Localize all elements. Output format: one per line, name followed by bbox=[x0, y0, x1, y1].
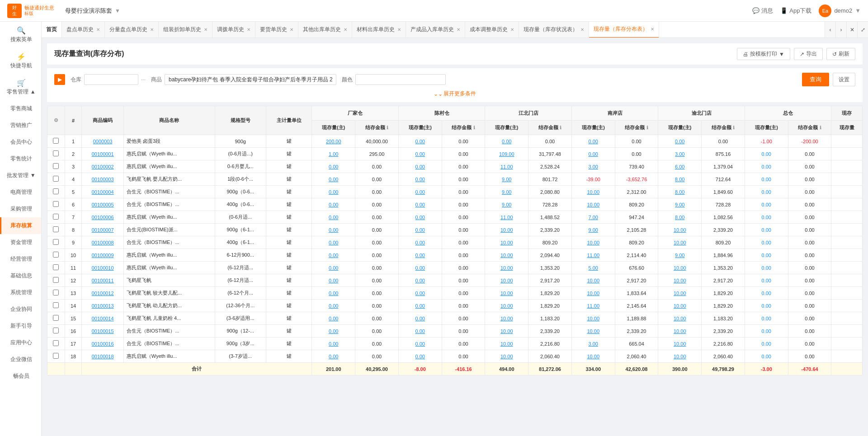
warehouse-input[interactable] bbox=[84, 74, 138, 85]
row-yubei-stock[interactable]: 6.00 bbox=[658, 160, 702, 173]
row-chengang-stock[interactable]: 0.00 bbox=[398, 325, 442, 338]
row-nanan-stock[interactable]: 5.00 bbox=[571, 262, 615, 274]
close-icon[interactable]: ✕ bbox=[580, 27, 584, 32]
row-factory-stock[interactable]: 0.00 bbox=[312, 350, 355, 363]
row-yubei-stock[interactable]: 10.00 bbox=[658, 350, 702, 363]
row-chengang-stock[interactable]: 0.00 bbox=[398, 211, 442, 224]
row-chengang-stock[interactable]: 0.00 bbox=[398, 198, 442, 211]
row-yubei-stock[interactable]: 10.00 bbox=[658, 312, 702, 325]
print-button[interactable]: 🖨 按模板打印 ▼ bbox=[737, 48, 790, 60]
row-yubei-stock[interactable]: 8.00 bbox=[658, 186, 702, 198]
row-nanan-stock[interactable]: 0.00 bbox=[571, 135, 615, 148]
row-chengang-stock[interactable]: 0.00 bbox=[398, 224, 442, 236]
row-checkbox[interactable] bbox=[47, 262, 65, 274]
row-factory-stock[interactable]: 0.00 bbox=[312, 312, 355, 325]
row-checkbox[interactable] bbox=[47, 186, 65, 198]
color-input[interactable] bbox=[355, 74, 446, 85]
row-jiangbei-stock[interactable]: 11.00 bbox=[485, 211, 528, 224]
row-nanan-stock[interactable]: 10.00 bbox=[571, 350, 615, 363]
row-total-stock[interactable]: 0.00 bbox=[745, 312, 788, 325]
row-factory-stock[interactable]: 0.00 bbox=[312, 198, 355, 211]
row-total-stock[interactable]: 0.00 bbox=[745, 287, 788, 300]
row-factory-stock[interactable]: 0.00 bbox=[312, 224, 355, 236]
row-chengang-stock[interactable]: 0.00 bbox=[398, 350, 442, 363]
row-jiangbei-stock[interactable]: 9.00 bbox=[485, 198, 528, 211]
row-yubei-stock[interactable]: 8.00 bbox=[658, 173, 702, 186]
row-jiangbei-stock[interactable]: 10.00 bbox=[485, 350, 528, 363]
sidebar-item-vip[interactable]: 畅会员 bbox=[0, 368, 41, 384]
row-factory-stock[interactable]: 0.00 bbox=[312, 173, 355, 186]
sidebar-item-search[interactable]: 🔍 搜索英单 bbox=[0, 22, 41, 48]
row-jiangbei-stock[interactable]: 10.00 bbox=[485, 274, 528, 287]
row-jiangbei-stock[interactable]: 10.00 bbox=[485, 224, 528, 236]
tab-partial-stock[interactable]: 分量盘点单历史 ✕ bbox=[105, 22, 159, 38]
row-chengang-stock[interactable]: 0.00 bbox=[398, 312, 442, 325]
row-chengang-stock[interactable]: 0.00 bbox=[398, 300, 442, 312]
row-factory-stock[interactable]: 1.00 bbox=[312, 148, 355, 160]
export-button[interactable]: ↗ 导出 bbox=[794, 48, 823, 60]
sidebar-item-ecommerce[interactable]: 电商管理 bbox=[0, 184, 41, 201]
row-total-stock[interactable]: 0.00 bbox=[745, 274, 788, 287]
sidebar-item-wholesale[interactable]: 批发管理 ▼ bbox=[0, 167, 41, 184]
row-chengang-stock[interactable]: 0.00 bbox=[398, 160, 442, 173]
sidebar-item-quick-nav[interactable]: ⚡ 快捷导航 bbox=[0, 48, 41, 74]
row-checkbox[interactable] bbox=[47, 249, 65, 262]
row-chengang-stock[interactable]: 0.00 bbox=[398, 249, 442, 262]
row-checkbox[interactable] bbox=[47, 274, 65, 287]
sidebar-item-retail-stats[interactable]: 零售统计 bbox=[0, 150, 41, 167]
row-jiangbei-stock[interactable]: 10.00 bbox=[485, 236, 528, 249]
row-checkbox[interactable] bbox=[47, 236, 65, 249]
row-nanan-stock[interactable]: 3.00 bbox=[571, 338, 615, 350]
tab-prev-btn[interactable]: ‹ bbox=[825, 22, 835, 38]
settings-button[interactable]: 设置 bbox=[833, 73, 855, 86]
row-total-stock[interactable]: 0.00 bbox=[745, 160, 788, 173]
row-total-stock[interactable]: 0.00 bbox=[745, 211, 788, 224]
row-factory-stock[interactable]: 200.00 bbox=[312, 135, 355, 148]
close-icon[interactable]: ✕ bbox=[397, 27, 401, 32]
row-factory-stock[interactable]: 0.00 bbox=[312, 249, 355, 262]
info-icon[interactable]: ℹ bbox=[387, 125, 388, 130]
row-factory-stock[interactable]: 0.00 bbox=[312, 325, 355, 338]
app-download-btn[interactable]: 📱 App下载 bbox=[780, 7, 811, 15]
tab-transfer[interactable]: 调拨单历史 ✕ bbox=[212, 22, 255, 38]
sidebar-item-basic-info[interactable]: 基础信息 bbox=[0, 267, 41, 284]
tab-material-out[interactable]: 材料出库单历史 ✕ bbox=[352, 22, 406, 38]
row-checkbox[interactable] bbox=[47, 325, 65, 338]
row-total-stock[interactable]: 0.00 bbox=[745, 338, 788, 350]
sidebar-item-enterprise-collab[interactable]: 企业协同 bbox=[0, 301, 41, 318]
company-selector[interactable]: 母婴行业演示陈套 ▼ bbox=[65, 7, 120, 15]
tab-maximize-btn[interactable]: ⤢ bbox=[857, 22, 868, 38]
row-factory-stock[interactable]: 0.00 bbox=[312, 211, 355, 224]
sidebar-item-app-center[interactable]: 应用中心 bbox=[0, 334, 41, 351]
settings-icon[interactable]: ⚙ bbox=[54, 117, 58, 123]
row-checkbox[interactable] bbox=[47, 211, 65, 224]
tab-close-btn[interactable]: ✕ bbox=[846, 22, 857, 38]
sidebar-item-guide[interactable]: 新手引导 bbox=[0, 318, 41, 334]
sidebar-item-operations[interactable]: 经营管理 bbox=[0, 251, 41, 267]
row-nanan-stock[interactable]: 10.00 bbox=[571, 236, 615, 249]
row-checkbox[interactable] bbox=[47, 148, 65, 160]
row-jiangbei-stock[interactable]: 11.00 bbox=[485, 160, 528, 173]
row-checkbox[interactable] bbox=[47, 300, 65, 312]
close-icon[interactable]: ✕ bbox=[344, 27, 347, 32]
warehouse-more-btn[interactable]: ··· bbox=[141, 76, 146, 83]
row-chengang-stock[interactable]: 0.00 bbox=[398, 135, 442, 148]
info-icon[interactable]: ℹ bbox=[646, 125, 648, 130]
row-factory-stock[interactable]: 0.00 bbox=[312, 186, 355, 198]
tab-home[interactable]: 首页 bbox=[42, 22, 62, 38]
row-jiangbei-stock[interactable]: 10.00 bbox=[485, 287, 528, 300]
row-checkbox[interactable] bbox=[47, 338, 65, 350]
row-jiangbei-stock[interactable]: 0.00 bbox=[485, 135, 528, 148]
sidebar-item-finance[interactable]: 资金管理 bbox=[0, 234, 41, 251]
info-icon[interactable]: ℹ bbox=[560, 125, 561, 130]
close-icon[interactable]: ✕ bbox=[457, 27, 460, 32]
row-nanan-stock[interactable]: 11.00 bbox=[571, 300, 615, 312]
tab-next-btn[interactable]: › bbox=[835, 22, 846, 38]
row-nanan-stock[interactable]: 10.00 bbox=[571, 325, 615, 338]
row-total-stock[interactable]: 0.00 bbox=[745, 186, 788, 198]
tab-product-in[interactable]: 产成品入库单历史 ✕ bbox=[406, 22, 465, 38]
row-yubei-stock[interactable]: 8.00 bbox=[658, 211, 702, 224]
row-factory-stock[interactable]: 0.00 bbox=[312, 287, 355, 300]
row-yubei-stock[interactable]: 10.00 bbox=[658, 287, 702, 300]
message-btn[interactable]: 💬 消息 bbox=[752, 7, 773, 15]
